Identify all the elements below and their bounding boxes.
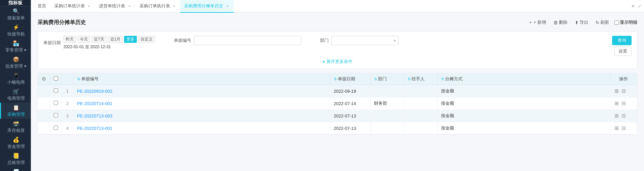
td-checkbox — [50, 85, 61, 97]
td-checkbox — [50, 97, 61, 110]
tab-label: 采购费用分摊单历史 — [184, 3, 223, 9]
tab-instock-summary-close[interactable]: × — [127, 4, 131, 8]
sidebar-item-ecommerce[interactable]: 🛒 电商管理 — [0, 87, 31, 103]
sidebar-item-quicknav[interactable]: ⚡ 快捷导航 — [0, 22, 31, 38]
expand-more[interactable]: ▾ 展开更多条件 — [43, 59, 632, 65]
toolbar: ＋ + 新增 🗑 删除 ⬆ 导出 ↻ 刷新 显示明细 — [526, 18, 637, 27]
wholesale-icon: 📦 — [13, 56, 19, 63]
sidebar-item-label: 快捷导航 — [7, 31, 25, 37]
tab-purchase-summary[interactable]: 采购订单统计表 × — [50, 0, 95, 13]
sidebar-item-inventory[interactable]: 🗃️ 库存核算 — [0, 119, 31, 135]
gear-icon[interactable]: ⚙ — [42, 76, 46, 82]
filter-area: 单据日期 昨天 今天 近7天 近1月 更多 自定义 2022-01-01 至 2… — [38, 31, 637, 69]
date-btn-7days[interactable]: 近7天 — [92, 36, 107, 43]
more-icon[interactable]: ⊟ — [621, 112, 627, 119]
invoice-icon: 🧾 — [13, 169, 19, 171]
tab-purchase-exec[interactable]: 采购订单执行表 × — [136, 0, 180, 13]
td-num: 4 — [61, 122, 73, 135]
tab-purchase-fee[interactable]: 采购费用分摊单历史 × — [180, 0, 233, 13]
td-doc-no: PE-20220714-001 — [73, 97, 330, 110]
edit-icon[interactable]: ⊞ — [614, 87, 620, 95]
filter-group-date: 单据日期 昨天 今天 近7天 近1月 更多 自定义 2022-01-01 至 2… — [43, 36, 155, 50]
query-button[interactable]: 查询 — [612, 36, 632, 45]
row-checkbox[interactable] — [54, 113, 58, 117]
td-handler — [404, 97, 437, 110]
more-icon[interactable]: ⊟ — [621, 124, 627, 132]
date-btn-1month[interactable]: 近1月 — [108, 36, 123, 43]
export-button[interactable]: ⬆ 导出 — [573, 18, 590, 27]
sidebar-item-wholesale[interactable]: 📦 批发管理 ▾ — [0, 55, 31, 71]
doc-no-link[interactable]: PE-20220714-001 — [77, 101, 113, 106]
sidebar-item-finance[interactable]: 💰 资金管理 — [0, 135, 31, 151]
date-btn-today[interactable]: 今天 — [77, 36, 90, 43]
ledger-icon: 📒 — [13, 153, 19, 159]
sidebar-item-label: 小畅电商 — [7, 80, 25, 85]
page-header: 采购费用分摊单历史 ＋ + 新增 🗑 删除 ⬆ 导出 ↻ 刷新 — [38, 18, 637, 27]
sidebar-item-label: 批发管理 ▾ — [5, 64, 26, 69]
tab-instock-summary[interactable]: 进货单统计表 × — [95, 0, 135, 13]
sidebar-item-invoice[interactable]: 🧾 发票管理 — [0, 167, 31, 171]
th-handler: 经手人 — [404, 73, 437, 85]
tab-purchase-summary-close[interactable]: × — [87, 4, 91, 8]
add-button[interactable]: ＋ + 新增 — [526, 18, 548, 27]
sidebar-item-purchase[interactable]: 📋 采购管理 — [0, 103, 31, 119]
td-actions: ⊞ ⊟ — [610, 122, 637, 135]
delete-button[interactable]: 🗑 删除 — [551, 18, 570, 27]
td-settings — [38, 122, 50, 135]
sidebar-item-ledger[interactable]: 📒 总账管理 — [0, 151, 31, 167]
row-checkbox[interactable] — [54, 101, 58, 105]
date-btn-more[interactable]: 更多 — [124, 36, 137, 43]
td-doc-date: 2022-07-13 — [330, 110, 370, 122]
filter-group-dept: 部门 财务部 — [320, 36, 398, 45]
more-icon[interactable]: ⊟ — [621, 87, 627, 95]
expand-icon[interactable]: ⤢ — [638, 4, 641, 9]
doc-no-link[interactable]: PE-20220713-003 — [77, 113, 113, 118]
doc-no-link[interactable]: PE-20220919-002 — [77, 89, 113, 94]
data-table: ⚙ 单据编号 单据日期 部门 — [38, 73, 637, 135]
td-checkbox — [50, 122, 61, 135]
th-handler-sortable[interactable]: 经手人 — [408, 76, 425, 81]
sidebar-item-mobile[interactable]: 📱 小畅电商 — [0, 71, 31, 87]
select-all-checkbox[interactable] — [54, 76, 58, 81]
sidebar-item-search[interactable]: 🔍 搜索菜单 — [0, 6, 31, 22]
th-doc-no: 单据编号 — [73, 73, 330, 85]
dept-select[interactable]: 财务部 — [331, 36, 398, 45]
row-checkbox[interactable] — [54, 88, 58, 93]
doc-no-input[interactable] — [194, 36, 301, 45]
td-actions: ⊞ ⊟ — [610, 110, 637, 122]
th-doc-no-sortable[interactable]: 单据编号 — [77, 76, 99, 81]
purchase-icon: 📋 — [13, 104, 19, 111]
th-num — [61, 73, 73, 85]
show-cols-toggle[interactable]: 显示明细 — [614, 19, 637, 25]
date-range-text: 2022-01-01 至 2022-12-31 — [63, 44, 155, 50]
edit-icon[interactable]: ⊞ — [614, 112, 620, 119]
edit-icon[interactable]: ⊞ — [614, 124, 620, 132]
table-row: 3 PE-20220713-003 2022-07-13 按金额 ⊞ ⊟ — [38, 110, 637, 122]
td-doc-no: PE-20220713-001 — [73, 122, 330, 135]
th-split-method-sortable[interactable]: 分摊方式 — [441, 76, 463, 81]
th-doc-date-sortable[interactable]: 单据日期 — [334, 76, 355, 81]
td-settings — [38, 110, 50, 122]
tab-purchase-exec-close[interactable]: × — [172, 4, 176, 8]
show-cols-checkbox[interactable] — [614, 20, 619, 25]
th-dept-sortable[interactable]: 部门 — [374, 76, 387, 81]
row-checkbox[interactable] — [54, 125, 58, 130]
sidebar-item-label: 资金管理 — [7, 144, 25, 149]
doc-no-label: 单据编号 — [174, 37, 191, 44]
doc-no-link[interactable]: PE-20220713-001 — [77, 126, 113, 131]
settings-button[interactable]: 设置 — [614, 47, 632, 56]
sidebar-item-retail[interactable]: 🏪 零售管理 ▾ — [0, 38, 31, 55]
more-icon[interactable]: ⊟ — [621, 100, 627, 107]
date-btn-yesterday[interactable]: 昨天 — [63, 36, 76, 43]
content: 采购费用分摊单历史 ＋ + 新增 🗑 删除 ⬆ 导出 ↻ 刷新 — [31, 13, 644, 171]
tab-home[interactable]: 首页 — [34, 0, 50, 13]
tab-label: 采购订单执行表 — [140, 3, 170, 9]
date-btn-custom[interactable]: 自定义 — [138, 36, 155, 43]
table-row: 4 PE-20220713-001 2022-07-13 按金额 ⊞ ⊟ — [38, 122, 637, 135]
tab-purchase-fee-close[interactable]: × — [225, 4, 229, 8]
close-icon[interactable]: ✕ — [631, 4, 635, 9]
edit-icon[interactable]: ⊞ — [614, 100, 620, 107]
td-settings — [38, 97, 50, 110]
refresh-button[interactable]: ↻ 刷新 — [594, 18, 611, 27]
td-doc-no: PE-20220713-003 — [73, 110, 330, 122]
